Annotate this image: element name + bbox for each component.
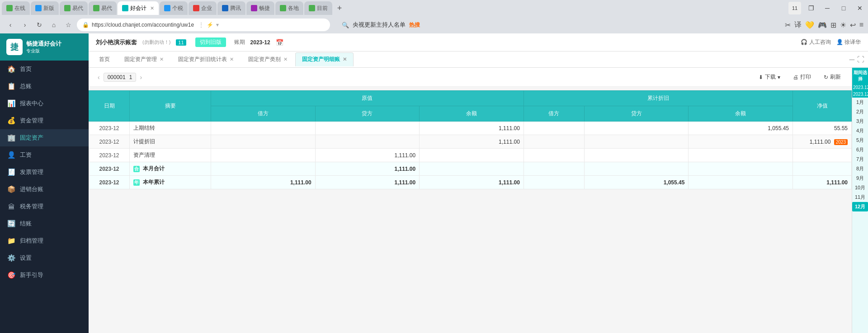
brightness-icon[interactable]: ☀ <box>840 21 846 29</box>
row3-orig-debit <box>211 149 316 162</box>
period-month-10[interactable]: 10月 <box>852 183 868 192</box>
browser-tab-yidai2[interactable]: 易代 <box>89 1 117 15</box>
purchase-sales-icon: 📦 <box>7 185 15 193</box>
sidebar-item-funds[interactable]: 💰 资金管理 <box>0 112 89 129</box>
period-selected-bottom[interactable]: 2023.12 <box>852 91 868 98</box>
forward-button[interactable]: › <box>19 19 31 31</box>
tab-label: 好会计 <box>130 5 146 12</box>
period-month-5[interactable]: 5月 <box>852 136 868 145</box>
menu-icon[interactable]: ≡ <box>859 21 863 29</box>
gamepad-icon[interactable]: 🎮 <box>818 21 827 29</box>
maximize-tab-icon[interactable]: ⛶ <box>857 56 864 64</box>
browser-tab-haokuai[interactable]: 好会计 ✕ <box>118 1 159 15</box>
prev-page-button[interactable]: ‹ <box>96 73 102 82</box>
restore-window-icon[interactable]: ❐ <box>805 2 817 14</box>
sidebar-item-closing[interactable]: 🔄 结账 <box>0 215 89 232</box>
period-month-1[interactable]: 1月 <box>852 98 868 107</box>
browser-tab-tengxun[interactable]: 腾讯 <box>217 1 245 15</box>
tab-asset-category[interactable]: 固定资产类别 ✕ <box>241 52 294 66</box>
th-accumulated-depreciation: 累计折旧 <box>524 91 793 106</box>
sidebar-item-invoice[interactable]: 🧾 发票管理 <box>0 164 89 181</box>
reports-icon: 📊 <box>7 99 15 108</box>
row4-orig-debit <box>211 162 316 176</box>
row4-net-value <box>793 162 852 176</box>
headset-icon: 🎧 <box>801 39 807 45</box>
translate-icon[interactable]: 译 <box>794 20 802 30</box>
hot-search-label[interactable]: 热搜 <box>409 21 420 29</box>
period-month-4[interactable]: 4月 <box>852 126 868 136</box>
tab-close-depreciation-stats[interactable]: ✕ <box>230 56 234 62</box>
sidebar-item-settings[interactable]: ⚙️ 设置 <box>0 249 89 267</box>
sidebar-item-fixed-assets[interactable]: 🏢 固定资产 <box>0 129 89 146</box>
tab-depreciation-stats[interactable]: 固定资产折旧统计表 ✕ <box>171 52 241 66</box>
dropdown-arrow-icon: ▾ <box>216 22 219 28</box>
sidebar-item-purchase-sales[interactable]: 📦 进销台账 <box>0 181 89 198</box>
sidebar-item-tax[interactable]: 🏛 税务管理 <box>0 198 89 215</box>
back-button[interactable]: ‹ <box>5 19 16 31</box>
period-month-12[interactable]: 12月 <box>852 202 868 211</box>
period-month-8[interactable]: 8月 <box>852 164 868 174</box>
next-page-button[interactable]: › <box>138 73 144 82</box>
tab-label: 个税 <box>172 5 183 12</box>
sidebar-item-payroll[interactable]: 👤 工资 <box>0 146 89 164</box>
browser-tab-muqian[interactable]: 目前 <box>304 1 332 15</box>
browser-tab-online[interactable]: 在线 <box>2 1 30 15</box>
period-month-2[interactable]: 2月 <box>852 107 868 117</box>
invoice-icon: 🧾 <box>7 168 15 176</box>
sidebar-item-ledger[interactable]: 📋 总账 <box>0 78 89 95</box>
print-button[interactable]: 🖨 打印 <box>789 71 815 83</box>
download-button[interactable]: ⬇ 下载 ▾ <box>755 71 784 83</box>
sidebar-item-reports-label: 报表中心 <box>20 99 43 108</box>
browser-tab-qiye[interactable]: 企业 <box>189 1 217 15</box>
period-month-7[interactable]: 7月 <box>852 155 868 164</box>
tab-favicon <box>164 5 170 11</box>
undo-icon[interactable]: ↩ <box>850 21 856 29</box>
tab-home[interactable]: 首页 <box>92 52 117 66</box>
browser-tab-new[interactable]: 新版 <box>31 1 59 15</box>
minimize-icon[interactable]: ─ <box>821 2 834 14</box>
tab-close-asset-detail-ledger[interactable]: ✕ <box>343 56 347 62</box>
period-month-3[interactable]: 3月 <box>852 117 868 126</box>
row1-net-value: 55.55 <box>793 122 852 135</box>
calendar-icon[interactable]: 📅 <box>276 39 283 46</box>
period-month-9[interactable]: 9月 <box>852 174 868 183</box>
browser-tab-gedi[interactable]: 各地 <box>275 1 303 15</box>
sidebar-item-reports[interactable]: 📊 报表中心 <box>0 95 89 112</box>
tab-fixed-assets-mgmt[interactable]: 固定资产管理 ✕ <box>118 52 170 66</box>
period-selected-top[interactable]: 2023.12 <box>852 84 868 91</box>
scissors-icon[interactable]: ✂ <box>785 21 791 29</box>
ai-consult-button[interactable]: 🎧 人工咨询 <box>801 38 830 46</box>
tab-close-asset-category[interactable]: ✕ <box>283 56 288 62</box>
sidebar-item-tax-label: 税务管理 <box>20 202 43 211</box>
search-icon: 🔍 <box>342 22 349 28</box>
browser-tab-yidai1[interactable]: 易代 <box>60 1 88 15</box>
minimize-tab-icon[interactable]: ─ <box>849 56 854 64</box>
refresh-button[interactable]: ↻ 刷新 <box>820 71 844 83</box>
sidebar-item-guide[interactable]: 🎯 新手引导 <box>0 267 89 284</box>
badge-count[interactable]: 11 <box>788 2 801 14</box>
refresh-button[interactable]: ↻ <box>33 19 45 31</box>
grid-icon[interactable]: ⊞ <box>830 21 836 29</box>
switch-version-button[interactable]: 切到旧版 <box>195 38 226 47</box>
url-input[interactable]: 🔒 https://cloud.chanjet.com/accounting/u… <box>77 19 330 31</box>
sidebar-item-archive[interactable]: 📁 归档管理 <box>0 232 89 249</box>
period-month-11[interactable]: 11月 <box>852 192 868 202</box>
maximize-icon[interactable]: □ <box>837 2 850 14</box>
tab-close-icon[interactable]: ✕ <box>150 5 154 11</box>
new-tab-button[interactable]: + <box>333 2 346 14</box>
home-button[interactable]: ⌂ <box>48 19 60 31</box>
wallet-icon[interactable]: 💛 <box>805 21 814 29</box>
tab-close-fixed-assets-mgmt[interactable]: ✕ <box>160 56 164 62</box>
close-browser-icon[interactable]: ✕ <box>854 2 866 14</box>
period-month-6[interactable]: 6月 <box>852 145 868 155</box>
ai-consult-label: 人工咨询 <box>809 39 831 45</box>
bookmark-button[interactable]: ☆ <box>62 19 74 31</box>
guide-icon: 🎯 <box>7 271 15 279</box>
row5-net-value: 1,111.00 <box>793 176 852 189</box>
browser-tab-geshui[interactable]: 个税 <box>160 1 188 15</box>
sidebar-item-home[interactable]: 🏠 首页 <box>0 61 89 78</box>
tab-asset-detail-ledger[interactable]: 固定资产明细账 ✕ <box>295 52 354 66</box>
user-avatar[interactable]: 👤 徐译华 <box>836 38 861 46</box>
browser-tab-changjie[interactable]: 畅捷 <box>246 1 274 15</box>
period-value: 2023-12 <box>250 39 270 46</box>
